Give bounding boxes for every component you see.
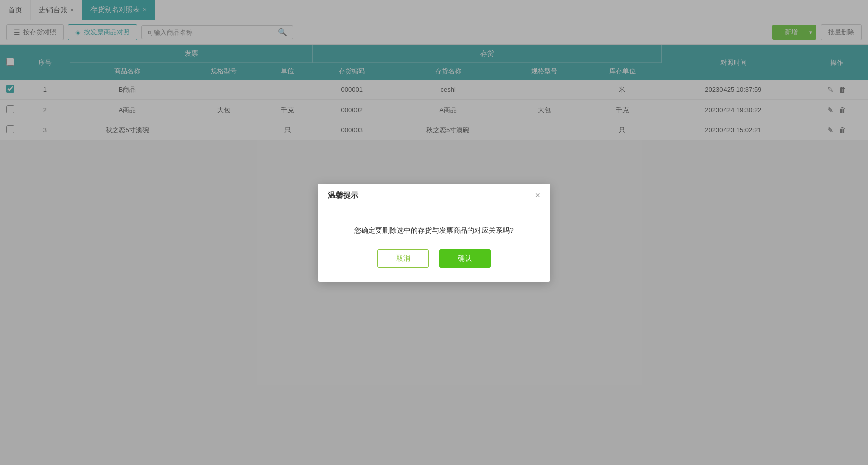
modal-overlay: 温馨提示 × 您确定要删除选中的存货与发票商品的对应关系吗? 取消 确认	[0, 0, 868, 140]
